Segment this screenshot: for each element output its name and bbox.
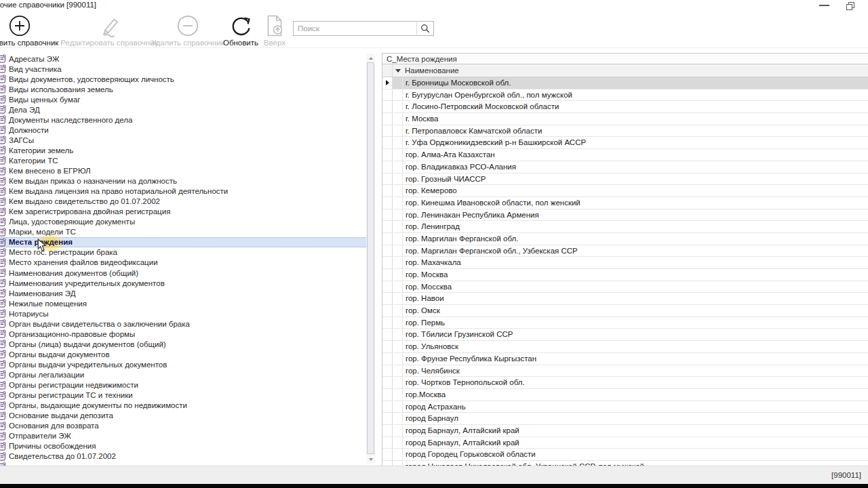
refresh-button[interactable]: Обновить: [222, 11, 260, 47]
directory-list-item[interactable]: Наименования документов (общий): [0, 268, 366, 278]
up-button[interactable]: Вверх: [260, 11, 290, 47]
grid-row[interactable]: гор. Алма-Ата Казахстан: [382, 149, 868, 161]
directory-list-item[interactable]: Свидетельства до 01.07.2002: [0, 451, 366, 462]
triangle-down-icon[interactable]: [393, 64, 403, 77]
directory-list-item[interactable]: Дела ЭД: [0, 104, 366, 115]
directory-list-item[interactable]: Адресаты ЭЖ: [0, 54, 366, 64]
grid-column-header[interactable]: Наименование: [382, 64, 868, 77]
grid-row[interactable]: гор. Фрунзе Республика Кыргызстан: [382, 353, 868, 365]
grid-row[interactable]: гор. Маргилан Ферганской обл.: [382, 233, 868, 245]
directory-list-item[interactable]: Отправители ЭЖ: [0, 431, 366, 441]
grid-row[interactable]: г. Бронницы Московской обл.: [382, 77, 868, 89]
directory-name: Органы, выдающие документы по недвижимос…: [9, 401, 187, 409]
grid-row[interactable]: гор. Моссква: [382, 281, 868, 293]
directory-list-item[interactable]: Орган выдачи свидетельства о заключении …: [0, 319, 366, 329]
grid-row[interactable]: гор. Грозный ЧИАССР: [382, 174, 868, 186]
grid-row[interactable]: гор. Кинешма Ивановской области, пол жен…: [382, 197, 868, 209]
row-expander-cell: [393, 137, 403, 148]
maximize-icon[interactable]: [846, 1, 855, 10]
directory-list-item[interactable]: Место гос. регистрации брака: [0, 247, 366, 258]
grid-row[interactable]: г. Москва: [382, 113, 868, 125]
directory-list-item[interactable]: Организационно-правовые формы: [0, 329, 366, 339]
directory-list-item[interactable]: Место хранения файлов видеофиксации: [0, 258, 366, 268]
directory-list-item[interactable]: Органы, выдающие документы по недвижимос…: [0, 401, 366, 411]
directory-list-item[interactable]: Органы легализации: [0, 369, 366, 380]
directory-list-item[interactable]: Кем выдано свидетельство до 01.07.2002: [0, 197, 366, 207]
grid-row[interactable]: город Барнаул, Алтайский край: [382, 425, 868, 437]
row-expander-cell: [393, 437, 403, 449]
grid-row[interactable]: город Астрахань: [382, 401, 868, 413]
grid-row[interactable]: гор. Кемерово: [382, 185, 868, 197]
row-indicator-cell: [382, 77, 393, 89]
grid-row[interactable]: гор. Ульяновск: [382, 341, 868, 353]
grid-row[interactable]: гор. Маргилан Ферганской обл., Узбекская…: [382, 245, 868, 258]
grid-row[interactable]: гор. Пермь: [382, 317, 868, 329]
directory-list-item[interactable]: Должности: [0, 125, 366, 135]
directory-list-item[interactable]: Основание выдачи депозита: [0, 411, 366, 421]
birthplace-name: город Астрахань: [403, 401, 868, 413]
grid-row[interactable]: город Городец Горьковской области: [382, 449, 868, 461]
grid-row[interactable]: гор. Навои: [382, 293, 868, 305]
directory-list-item[interactable]: Вид участника: [0, 64, 366, 74]
directory-list-item[interactable]: Наименования учредительных документов: [0, 278, 366, 288]
directory-list-item[interactable]: Категории ТС: [0, 155, 366, 165]
directory-list-item[interactable]: Нежилые помещения: [0, 298, 366, 308]
scroll-up-icon[interactable]: [366, 54, 375, 62]
directory-list-item[interactable]: Органы выдачи документов: [0, 349, 366, 359]
directory-list-item[interactable]: Кем внесено в ЕГРЮЛ: [0, 166, 366, 176]
edit-directory-button[interactable]: Редактировать справочник: [64, 11, 154, 47]
directory-list-item[interactable]: Категории земель: [0, 145, 366, 155]
grid-row[interactable]: город Барнаул: [382, 413, 868, 425]
directory-list-item[interactable]: Основания для возврата: [0, 421, 366, 431]
directory-list-item[interactable]: Органы (лица) выдачи документов (общий): [0, 339, 366, 349]
directory-list-item[interactable]: Причины освобождения: [0, 441, 366, 451]
grid-row[interactable]: гор. Махачкала: [382, 257, 868, 269]
directory-list-item[interactable]: Органы выдачи учредительных документов: [0, 359, 366, 369]
directory-book-icon: [0, 197, 6, 206]
directory-list-item[interactable]: Кем выдан приказ о назначении на должнос…: [0, 176, 366, 186]
grid-row[interactable]: гор. Тбилиси Грузинской ССР: [382, 329, 868, 341]
directory-list-item[interactable]: Органы регистрации ТС и техники: [0, 390, 366, 401]
minimize-icon[interactable]: [819, 5, 829, 6]
directory-list-item[interactable]: Виды использования земель: [0, 84, 366, 94]
directory-list-item[interactable]: Органы регистрации недвижимости: [0, 380, 366, 390]
grid-row[interactable]: г. Лосино-Петровский Московской области: [382, 101, 868, 113]
directory-list-item[interactable]: Виды документов, удостоверяющих личность: [0, 74, 366, 84]
grid-row[interactable]: гор. Челябинск: [382, 365, 868, 378]
directory-book-icon: [0, 452, 6, 461]
directory-list-item[interactable]: Лица, удостоверяющие документы: [0, 217, 366, 227]
directory-book-icon: [0, 177, 6, 186]
grid-row[interactable]: г. Бугуруслан Оренбургской обл., пол муж…: [382, 89, 868, 102]
grid-row[interactable]: г. Уфа Орджоникидзевский р-н Башкирской …: [382, 137, 868, 149]
scrollbar-thumb[interactable]: [367, 62, 374, 454]
grid-row[interactable]: город Барнаул, Алтайский край: [382, 437, 868, 449]
magnifier-icon[interactable]: [417, 24, 433, 33]
directory-list-item[interactable]: Наименования ЭД: [0, 288, 366, 298]
vertical-scrollbar[interactable]: [366, 54, 375, 464]
grid-row[interactable]: гор. Москва: [382, 269, 868, 281]
grid-row[interactable]: гор. Ленинакан Республика Армения: [382, 209, 868, 222]
directory-list-item[interactable]: Кем зарегистрирована двойная регистрация: [0, 207, 366, 217]
directory-list-item[interactable]: Документы наследственного дела: [0, 115, 366, 125]
grid-row[interactable]: гор. Омск: [382, 305, 868, 317]
directory-book-icon: [0, 411, 6, 420]
grid-row[interactable]: гор. Ленинград: [382, 221, 868, 233]
directory-list-item[interactable]: ЗАГСы: [0, 135, 366, 145]
directory-list-item[interactable]: Нотариусы: [0, 308, 366, 319]
scroll-down-icon[interactable]: [366, 455, 375, 464]
add-directory-button[interactable]: Добавить справочник: [0, 11, 64, 47]
grid-row[interactable]: гор. Владикавказ РСО-Алания: [382, 161, 868, 174]
directory-name: Органы регистрации ТС и техники: [9, 391, 133, 399]
directory-list-item[interactable]: Марки, модели ТС: [0, 227, 366, 237]
directory-list-item[interactable]: Виды ценных бумаг: [0, 94, 366, 104]
search-input[interactable]: [294, 24, 416, 33]
directory-list-item[interactable]: Кем выдана лицензия на право нотариально…: [0, 186, 366, 197]
directory-book-icon: [0, 442, 6, 451]
grid-row-partial[interactable]: город Николаев Николаевской обл. Украинс…: [382, 461, 868, 466]
directory-list-item[interactable]: Места рождения: [0, 237, 366, 247]
grid-row[interactable]: гор. Чортков Тернопольской обл.: [382, 377, 868, 389]
row-indicator-cell: [382, 305, 393, 317]
grid-row[interactable]: г. Петропавловск Камчатской области: [382, 125, 868, 138]
grid-row[interactable]: гор.Москва: [382, 389, 868, 401]
delete-directory-button[interactable]: Удалить справочник: [154, 11, 222, 47]
